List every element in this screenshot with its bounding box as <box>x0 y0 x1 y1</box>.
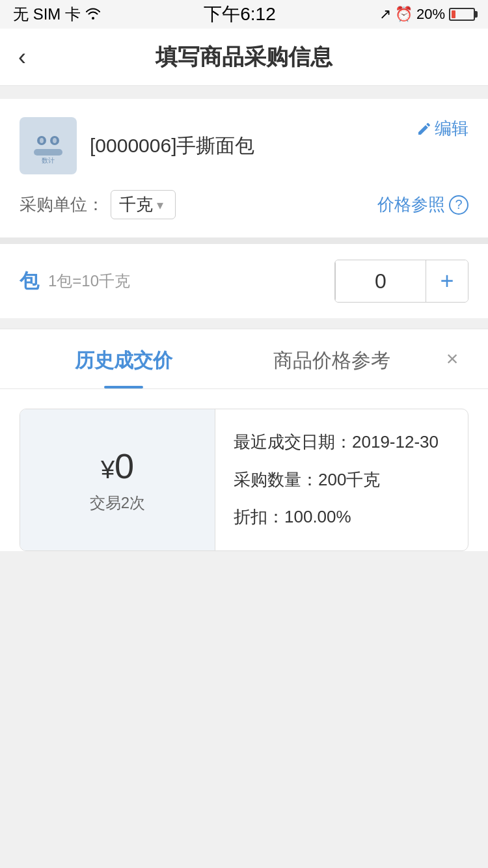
product-card: 数计 [0000006]手撕面包 编辑 采购单位： 千克 ▾ <box>0 99 488 237</box>
purchase-qty-row: 采购数量：200千克 <box>234 467 450 494</box>
status-left: 无 SIM 卡 <box>13 4 100 25</box>
status-right: ↗ ⏰ 20% <box>379 6 475 23</box>
price-ref-button[interactable]: 价格参照 ? <box>377 193 468 216</box>
svg-point-2 <box>40 138 44 143</box>
package-label: 包 <box>20 268 39 295</box>
svg-point-3 <box>53 138 57 143</box>
quantity-input[interactable] <box>335 260 426 302</box>
nav-header: ‹ 填写商品采购信息 <box>0 29 488 86</box>
battery-icon <box>449 8 475 21</box>
carrier-text: 无 SIM 卡 <box>13 4 81 25</box>
back-button[interactable]: ‹ <box>18 44 26 71</box>
wifi-icon <box>86 5 100 23</box>
svg-rect-4 <box>34 149 62 156</box>
recent-date-row: 最近成交日期：2019-12-30 <box>234 429 450 456</box>
unit-label: 采购单位： 千克 ▾ <box>20 190 176 219</box>
history-price-card: ¥0 交易2次 最近成交日期：2019-12-30 采购数量：200千克 折扣：… <box>20 409 468 551</box>
quantity-label: 包 1包=10千克 <box>20 268 130 295</box>
unit-select[interactable]: 千克 ▾ <box>111 190 176 219</box>
divider <box>0 237 488 244</box>
quantity-plus-button[interactable]: + <box>426 260 468 302</box>
product-image: 数计 <box>20 117 77 174</box>
product-info: [0000006]手撕面包 <box>90 133 254 159</box>
battery-percent: 20% <box>416 6 445 23</box>
tabs-close-button[interactable]: × <box>436 343 468 375</box>
dropdown-icon: ▾ <box>157 197 163 213</box>
edit-button[interactable]: 编辑 <box>416 117 468 140</box>
product-left: 数计 [0000006]手撕面包 <box>20 117 254 174</box>
trade-count: 交易2次 <box>90 493 145 513</box>
svg-text:数计: 数计 <box>42 157 55 164</box>
package-equivalent: 1包=10千克 <box>48 271 130 292</box>
tabs-header: 历史成交价 商品价格参考 × <box>0 329 488 389</box>
status-time: 下午6:12 <box>204 2 276 27</box>
yen-symbol: ¥ <box>101 456 115 483</box>
main-background <box>0 571 488 868</box>
page-title: 填写商品采购信息 <box>156 42 332 72</box>
edit-label: 编辑 <box>435 117 468 140</box>
tabs-container: 历史成交价 商品价格参考 × ¥0 交易2次 最近成交日期：2019-12-30… <box>0 329 488 551</box>
alarm-icon: ⏰ <box>395 6 413 23</box>
unit-value: 千克 <box>119 193 153 216</box>
tab-history-price[interactable]: 历史成交价 <box>20 329 228 388</box>
price-amount: ¥0 <box>101 446 134 486</box>
product-name: [0000006]手撕面包 <box>90 133 254 159</box>
price-details: 最近成交日期：2019-12-30 采购数量：200千克 折扣：100.00% <box>215 409 468 550</box>
discount-row: 折扣：100.00% <box>234 504 450 531</box>
tab-product-price-ref[interactable]: 商品价格参考 <box>228 329 436 388</box>
help-icon: ? <box>449 195 468 215</box>
quantity-control: + <box>334 260 468 303</box>
product-unit-row: 采购单位： 千克 ▾ 价格参照 ? <box>20 190 468 219</box>
status-bar: 无 SIM 卡 下午6:12 ↗ ⏰ 20% <box>0 0 488 29</box>
location-icon: ↗ <box>379 6 391 23</box>
quantity-row: 包 1包=10千克 + <box>0 244 488 318</box>
price-summary: ¥0 交易2次 <box>20 409 215 550</box>
product-header: 数计 [0000006]手撕面包 编辑 <box>20 117 468 174</box>
